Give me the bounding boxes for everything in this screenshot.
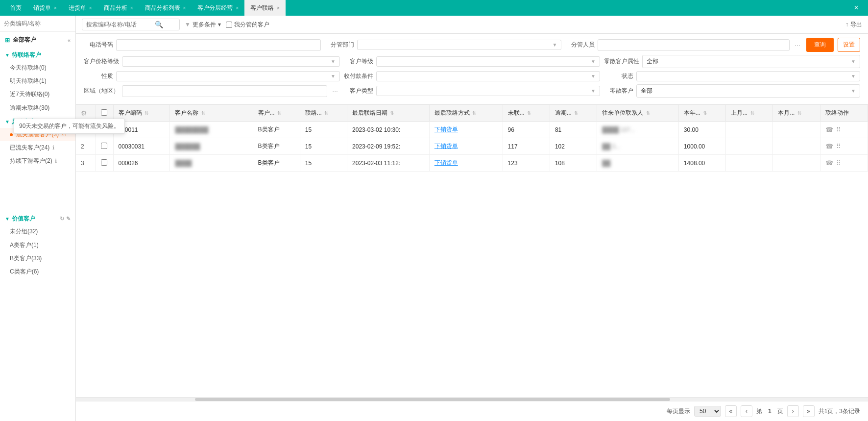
row1-type: B类客户	[253, 122, 300, 138]
sidebar-item-today[interactable]: 今天待联络(0)	[0, 61, 75, 74]
row3-more-icon[interactable]: ⠿	[836, 159, 841, 167]
sort-type-icon[interactable]: ⇅	[277, 110, 281, 116]
row1-way[interactable]: 下销货单	[429, 122, 503, 138]
filter-region: 区域（地区） ···	[84, 85, 340, 97]
scrollbar-thumb[interactable]	[195, 398, 670, 401]
horizontal-scrollbar[interactable]	[76, 397, 868, 401]
first-page-button[interactable]: «	[725, 405, 737, 417]
sidebar-all-customers[interactable]: ⊞ 全部客户 «	[0, 32, 75, 48]
row2-more-icon[interactable]: ⠿	[836, 143, 841, 150]
sort-tmonth-icon[interactable]: ⇅	[797, 110, 801, 116]
my-customers-checkbox-label[interactable]: 我分管的客户	[226, 21, 269, 29]
window-close-button[interactable]: ×	[848, 0, 864, 16]
row2-way[interactable]: 下销货单	[429, 138, 503, 155]
filter-level-select[interactable]: ▼	[376, 56, 600, 67]
row3-way[interactable]: 下销货单	[429, 155, 503, 172]
sort-date-icon[interactable]: ⇅	[390, 110, 394, 116]
refresh-icon[interactable]: ↻	[60, 216, 64, 222]
row3-lmonth	[726, 155, 773, 172]
last-page-button[interactable]: »	[803, 405, 815, 417]
person-more-button[interactable]: ···	[793, 41, 802, 49]
nav-sales-close[interactable]: ×	[54, 5, 57, 11]
filter-phone-input[interactable]	[116, 39, 321, 51]
sidebar-item-a-class[interactable]: A类客户(1)	[0, 239, 75, 252]
sidebar-item-declining[interactable]: 持续下滑客户(2) ℹ	[0, 154, 75, 168]
sort-unit-icon[interactable]: ⇅	[646, 110, 650, 116]
col-last-date: 最后联络日期 ⇅	[347, 105, 430, 122]
my-customers-checkbox[interactable]	[226, 22, 232, 28]
sort-uncontact-icon[interactable]: ⇅	[527, 110, 531, 116]
sidebar-group-value[interactable]: ▼ 价值客户 ↻ ✎	[0, 212, 75, 225]
sidebar-item-week[interactable]: 近7天待联络(0)	[0, 88, 75, 101]
sort-name-icon[interactable]: ⇅	[201, 110, 205, 116]
nav-customer-contact-close[interactable]: ×	[277, 5, 280, 11]
filter-payment-select[interactable]: ▼	[376, 71, 600, 81]
sidebar-item-overdue-contact[interactable]: 逾期未联络(30)	[0, 101, 75, 115]
sidebar-item-c-class[interactable]: C类客户(6)	[0, 265, 75, 278]
row1-contact-icon[interactable]: ☎	[825, 126, 833, 133]
row2-checkbox[interactable]	[96, 138, 113, 155]
nav-customer-contact[interactable]: 客户联络 ×	[244, 0, 286, 16]
row2-tmonth	[773, 138, 820, 155]
row1-more-icon[interactable]: ⠿	[836, 126, 841, 133]
nav-home[interactable]: 首页	[4, 0, 27, 16]
filter-person-input[interactable]	[598, 39, 790, 51]
col-uncontact: 未联... ⇅	[503, 105, 550, 122]
filter-price-level-select[interactable]: ▼	[122, 56, 340, 67]
next-page-button[interactable]: ›	[787, 405, 799, 417]
sort-contact-icon[interactable]: ⇅	[324, 110, 328, 116]
filter-dept-select[interactable]: ▼	[357, 40, 562, 50]
collapse-icon[interactable]: «	[68, 37, 71, 43]
sort-way-icon[interactable]: ⇅	[472, 110, 476, 116]
sort-lmonth-icon[interactable]: ⇅	[750, 110, 754, 116]
main-search-input[interactable]	[86, 21, 155, 28]
nav-customer-tier[interactable]: 客户分层经营 ×	[192, 0, 244, 16]
per-page-select[interactable]: 50 100 200	[694, 406, 721, 417]
row3-checkbox[interactable]	[96, 155, 113, 172]
filter-row-3: 性质 ▼ 收付款条件 ▼ 状态	[84, 71, 860, 81]
sidebar-item-unclassified[interactable]: 未分组(32)	[0, 225, 75, 238]
filter-zero-customer-select[interactable]: 全部 ▼	[636, 84, 860, 98]
sidebar-search-input[interactable]	[4, 20, 76, 27]
export-button[interactable]: ↑ 导出	[845, 21, 862, 29]
select-all-checkbox[interactable]	[101, 109, 107, 116]
filter-region-input[interactable]	[122, 85, 327, 97]
sort-year-icon[interactable]: ⇅	[703, 110, 707, 116]
region-more-button[interactable]: ···	[330, 87, 340, 95]
sort-overdue-icon[interactable]: ⇅	[574, 110, 578, 116]
filter-nature-select[interactable]: ▼	[116, 71, 340, 81]
nav-analysis[interactable]: 商品分析 ×	[98, 0, 139, 16]
sort-code-icon[interactable]: ⇅	[145, 110, 148, 116]
filter-type-select[interactable]: ▼	[376, 86, 600, 96]
nav-sales[interactable]: 销货单 ×	[27, 0, 63, 16]
prev-page-button[interactable]: ‹	[741, 405, 752, 417]
sidebar-item-b-class[interactable]: B类客户(33)	[0, 252, 75, 265]
row2-contact-icon[interactable]: ☎	[825, 143, 833, 150]
edit-icon[interactable]: ✎	[66, 216, 71, 222]
filter-level-label: 客户等级	[344, 57, 373, 66]
filter-zero-attr-label: 零散客户属性	[604, 57, 639, 66]
filter-zero-attr-select[interactable]: 全部 ▼	[642, 55, 860, 68]
data-table-container: ⚙ 客户编码 ⇅ 客户名称 ⇅	[76, 105, 868, 397]
nav-analysis-list[interactable]: 商品分析列表 ×	[139, 0, 192, 16]
sidebar-search-area: 🔍	[0, 16, 75, 32]
nav-purchase[interactable]: 进货单 ×	[63, 0, 98, 16]
nav-analysis-list-close[interactable]: ×	[183, 5, 186, 11]
filter-type: 客户类型 ▼	[344, 86, 600, 96]
query-button[interactable]: 查询	[806, 38, 834, 52]
sidebar-item-churned[interactable]: 已流失客户(24) ℹ	[0, 141, 75, 154]
filter-status-select[interactable]: ▼	[636, 71, 860, 81]
setting-button[interactable]: 设置	[838, 38, 860, 52]
sidebar-item-tomorrow[interactable]: 明天待联络(1)	[0, 74, 75, 88]
settings-icon[interactable]: ⚙	[81, 109, 87, 117]
nav-purchase-close[interactable]: ×	[89, 5, 92, 11]
main-search-icon[interactable]: 🔍	[155, 21, 163, 28]
more-conditions-button[interactable]: ▼ 更多条件 ▾	[185, 21, 221, 29]
nav-customer-tier-close[interactable]: ×	[236, 5, 239, 11]
grid-icon: ⊞	[5, 37, 10, 44]
row3-contact-icon[interactable]: ☎	[825, 159, 833, 167]
row1-name: ████████	[170, 122, 253, 138]
nav-analysis-close[interactable]: ×	[130, 5, 133, 11]
sidebar-group-pending[interactable]: ▼ 待联络客户	[0, 48, 75, 61]
filter-bar: 🔍 ▼ 更多条件 ▾ 我分管的客户 ↑ 导出	[76, 16, 868, 34]
